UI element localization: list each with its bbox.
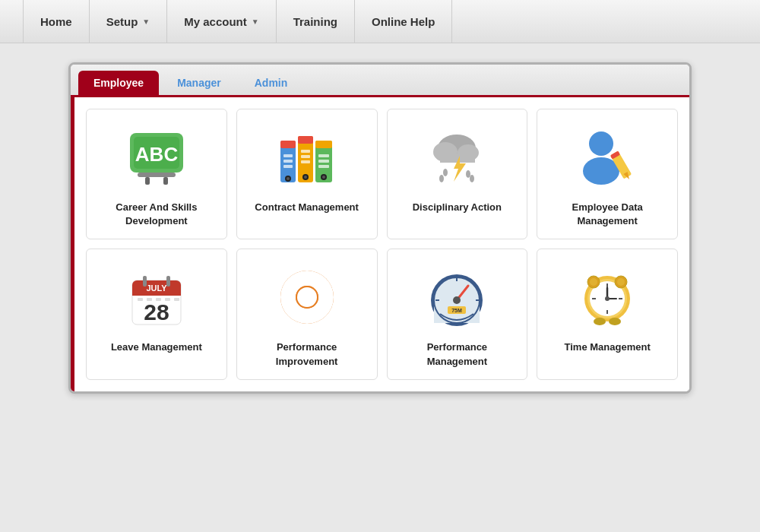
tab-manager[interactable]: Manager (162, 71, 236, 95)
svg-rect-17 (301, 160, 310, 163)
module-leave-mgmt[interactable]: JULY 28 (86, 249, 227, 379)
module-time-mgmt[interactable]: Time Management (537, 249, 678, 379)
module-perf-improve[interactable]: Performance Improvement (236, 249, 378, 379)
svg-text:28: 28 (144, 299, 169, 325)
tab-employee[interactable]: Employee (78, 71, 159, 95)
storm-icon (423, 123, 491, 192)
module-disciplinary-label: Disciplinary Action (413, 201, 502, 214)
svg-rect-47 (138, 298, 143, 301)
binders-icon (273, 123, 341, 192)
module-employee-data-label: Employee Data Management (546, 201, 668, 228)
svg-point-66 (453, 296, 461, 304)
main-card: Employee Manager Admin (68, 62, 692, 394)
module-contract-mgmt-label: Contract Management (255, 201, 359, 214)
svg-point-80 (590, 278, 597, 286)
lifebuoy-icon (273, 263, 341, 331)
abc-board-icon: ABC (122, 123, 191, 192)
tab-admin[interactable]: Admin (239, 71, 303, 95)
svg-point-36 (589, 131, 613, 156)
svg-point-26 (322, 176, 325, 179)
svg-rect-5 (163, 177, 168, 185)
svg-rect-4 (145, 177, 150, 185)
svg-rect-21 (315, 141, 332, 148)
calendar-icon: JULY 28 (122, 263, 191, 331)
card-body: ABC Career And Skills Development (71, 97, 689, 391)
svg-point-33 (466, 170, 470, 178)
svg-rect-46 (166, 276, 170, 287)
module-time-mgmt-label: Time Management (565, 340, 651, 354)
svg-rect-24 (318, 165, 329, 168)
clock-icon (573, 263, 641, 331)
tab-bar: Employee Manager Admin (71, 65, 689, 97)
svg-text:JULY: JULY (146, 283, 167, 293)
svg-text:75M: 75M (452, 308, 463, 313)
svg-rect-22 (318, 154, 329, 157)
top-navigation: Home Setup ▼ My account ▼ Training Onlin… (0, 0, 760, 43)
module-perf-mgmt[interactable]: 75M Performance Management (387, 249, 528, 379)
user-edit-icon (573, 123, 641, 192)
svg-point-35 (470, 175, 474, 182)
svg-rect-51 (174, 298, 179, 301)
module-leave-mgmt-label: Leave Management (111, 340, 202, 354)
nav-online-help-label: Online Help (372, 15, 435, 28)
module-career-skills-label: Career And Skills Development (96, 201, 217, 228)
svg-point-57 (297, 287, 317, 307)
svg-point-34 (439, 175, 444, 182)
nav-training[interactable]: Training (277, 0, 355, 43)
nav-setup[interactable]: Setup ▼ (90, 0, 168, 43)
svg-point-83 (594, 318, 606, 325)
module-perf-mgmt-label: Performance Management (397, 340, 518, 368)
svg-point-19 (304, 176, 307, 179)
module-disciplinary[interactable]: Disciplinary Action (387, 109, 528, 239)
svg-text:ABC: ABC (135, 143, 179, 166)
svg-point-32 (443, 169, 448, 176)
module-employee-data[interactable]: Employee Data Management (537, 109, 678, 239)
svg-rect-23 (318, 160, 329, 163)
nav-online-help[interactable]: Online Help (355, 0, 452, 43)
nav-setup-label: Setup (106, 15, 138, 28)
svg-rect-9 (283, 160, 293, 163)
nav-my-account-label: My account (184, 15, 247, 28)
svg-rect-45 (143, 276, 147, 287)
svg-rect-14 (298, 136, 313, 144)
svg-point-84 (609, 318, 621, 325)
nav-home-label: Home (40, 15, 72, 28)
module-grid: ABC Career And Skills Development (86, 109, 678, 380)
module-perf-improve-label: Performance Improvement (246, 340, 368, 368)
svg-rect-15 (301, 150, 310, 153)
nav-setup-arrow: ▼ (142, 17, 150, 26)
nav-my-account[interactable]: My account ▼ (167, 0, 276, 43)
svg-point-82 (617, 278, 625, 286)
svg-point-12 (287, 177, 290, 180)
svg-rect-16 (301, 155, 310, 158)
main-area: Employee Manager Admin (0, 43, 760, 532)
svg-rect-7 (280, 141, 296, 148)
module-career-skills[interactable]: ABC Career And Skills Development (86, 109, 227, 239)
svg-rect-8 (283, 154, 293, 157)
nav-my-account-arrow: ▼ (252, 17, 259, 26)
nav-home[interactable]: Home (23, 0, 90, 43)
svg-point-78 (605, 296, 610, 301)
nav-training-label: Training (293, 15, 337, 28)
svg-rect-3 (138, 173, 176, 177)
svg-rect-10 (283, 165, 293, 168)
gauge-icon: 75M (423, 263, 491, 331)
module-contract-mgmt[interactable]: Contract Management (236, 109, 378, 239)
